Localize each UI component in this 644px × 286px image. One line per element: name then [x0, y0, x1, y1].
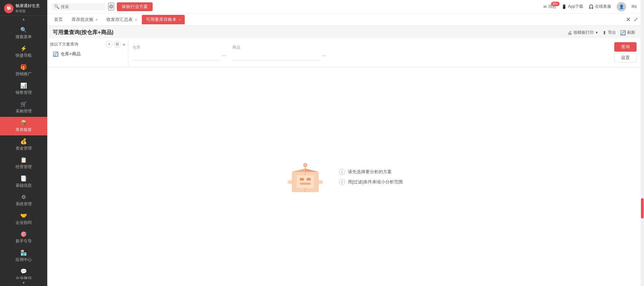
warehouse-label: 仓库 [132, 45, 227, 50]
empty-tips: 1 请先选择要分析的方案 2 用[过滤]条件来缩小分析范围 [339, 169, 403, 185]
scheme-item-icon: 🔄 [53, 51, 58, 57]
brand-icon: 畅 [4, 4, 14, 13]
product-filter: 商品 ··· [232, 45, 327, 60]
sidebar-scroll-up[interactable]: ▲ [0, 16, 47, 23]
scheme-item-warehouse-product[interactable]: 🔄 仓库+商品 [50, 50, 125, 58]
sidebar-nav-item-采购管理[interactable]: 🛒 采购管理 [0, 98, 47, 117]
scheme-add-button[interactable]: + [106, 41, 112, 48]
nav-icon: 🎯 [20, 231, 27, 237]
topbar-search-box[interactable]: 🔍 [51, 3, 105, 10]
sidebar-nav-item-基础信息[interactable]: 📑 基础信息 [0, 173, 47, 191]
nav-label: 企业微信 [16, 276, 32, 279]
svg-rect-3 [300, 178, 304, 181]
scheme-header-actions: + ⚙ [106, 41, 121, 48]
topbar-gear-button[interactable]: ⚙ [108, 3, 114, 10]
print-dropdown-icon[interactable]: ▼ [595, 31, 598, 34]
nav-label: 企业协同 [16, 220, 32, 226]
print-icon: 🖨 [567, 30, 572, 35]
username-label: Rit [632, 4, 637, 9]
scheme-settings-button[interactable]: ⚙ [114, 41, 121, 48]
app-label: App下载 [568, 4, 583, 9]
tab-close-button[interactable]: × [179, 18, 181, 22]
product-input[interactable] [232, 51, 320, 60]
sidebar-scroll-down[interactable]: ▼ [0, 279, 47, 286]
sidebar-nav-item-快捷导航[interactable]: ⚡ 快捷导航 [0, 43, 47, 61]
filter-row: 仓库 ··· 商品 ··· 查询 [132, 41, 637, 64]
service-label: 在线客服 [595, 4, 611, 9]
nav-icon: 📑 [20, 175, 27, 182]
scheme-header: 按以下方案查询 + ⚙ « [50, 41, 125, 48]
query-button[interactable]: 查询 [614, 42, 637, 52]
warehouse-input[interactable] [132, 51, 220, 60]
tab-可用量库存账本[interactable]: 可用量库存账本× [142, 15, 185, 24]
topbar-right: ✉ 消息 99+ 📱 App下载 🎧 在线客服 👤 Rit [543, 2, 637, 11]
nav-label: 采购管理 [16, 108, 32, 114]
tab-close-button[interactable]: × [135, 18, 137, 22]
tab-expand-button[interactable]: ⤢ [634, 16, 638, 23]
app-download-button[interactable]: 📱 App下载 [562, 4, 583, 9]
sidebar-nav-item-企业协同[interactable]: 🤝 企业协同 [0, 210, 47, 228]
tab-label: 库存批次账 [72, 17, 94, 23]
sidebar-nav-item-营销推广[interactable]: 🎁 营销推广 [0, 61, 47, 80]
print-button[interactable]: 🖨 按模板打印 ▼ [567, 30, 598, 35]
nav-label: 搜索菜单 [16, 34, 32, 40]
industry-solution-button[interactable]: 体验行业方案 [117, 2, 153, 11]
message-icon: ✉ [543, 4, 547, 9]
sidebar-nav-item-销售管理[interactable]: 📊 销售管理 [0, 80, 47, 98]
tab-收发存汇总表[interactable]: 收发存汇总表× [102, 15, 141, 24]
nav-icon: 📋 [20, 157, 27, 163]
nav-label: 快捷导航 [16, 53, 32, 58]
sidebar-nav-item-经营管理[interactable]: 📋 经营管理 [0, 154, 47, 173]
message-button[interactable]: ✉ 消息 99+ [543, 4, 556, 9]
search-input[interactable] [61, 4, 95, 9]
product-input-row: ··· [232, 51, 327, 60]
product-more-button[interactable]: ··· [321, 53, 327, 59]
nav-icon: 📊 [20, 82, 27, 89]
export-button[interactable]: ⬆ 导出 [602, 30, 616, 35]
nav-icon: 💬 [20, 268, 27, 275]
scheme-item-label: 仓库+商品 [60, 51, 81, 57]
nav-label: 基础信息 [16, 183, 32, 188]
tab-库存批次账[interactable]: 库存批次账× [68, 15, 102, 24]
sidebar-nav-item-资金管理[interactable]: 💰 资金管理 [0, 135, 47, 154]
tip-num-1: 1 [339, 169, 345, 175]
sidebar-nav: 🔍 搜索菜单 ⚡ 快捷导航 🎁 营销推广 📊 销售管理 🛒 采购管理 📦 库存核… [0, 23, 47, 279]
export-icon: ⬆ [602, 30, 607, 35]
nav-icon: 🤝 [20, 212, 27, 219]
tip-text-1: 请先选择要分析的方案 [348, 169, 392, 175]
page-title: 可用量查询(按仓库+商品) [53, 29, 113, 36]
sidebar-nav-item-新手引导[interactable]: 🎯 新手引导 [0, 228, 47, 247]
tab-close-button[interactable]: × [96, 18, 98, 22]
nav-icon: ⚙ [21, 194, 26, 200]
svg-rect-4 [307, 178, 311, 181]
warehouse-filter: 仓库 ··· [132, 45, 227, 60]
settings-button[interactable]: 设置 [614, 53, 637, 62]
sidebar-nav-item-库存核算[interactable]: 📦 库存核算 [0, 117, 47, 135]
filter-area: 仓库 ··· 商品 ··· 查询 [128, 38, 641, 67]
online-service-button[interactable]: 🎧 在线客服 [589, 4, 611, 9]
tab-label: 收发存汇总表 [106, 17, 133, 23]
nav-icon: 💰 [20, 138, 27, 145]
sidebar-nav-item-企业微信[interactable]: 💬 企业微信 [0, 265, 47, 279]
warehouse-more-button[interactable]: ··· [221, 53, 227, 59]
refresh-button[interactable]: 🔄 刷新 [620, 30, 635, 35]
tab-close-all-button[interactable]: ✕ [626, 16, 631, 23]
scrollbar-thumb[interactable] [641, 198, 644, 218]
content-area: 可用量查询(按仓库+商品) 🖨 按模板打印 ▼ ⬆ 导出 🔄 刷新 [47, 26, 641, 286]
brand-tag: 标准版 [16, 9, 40, 14]
refresh-icon: 🔄 [620, 30, 626, 35]
sidebar-nav-item-应用中心[interactable]: 🏪 应用中心 [0, 247, 47, 265]
svg-point-8 [287, 180, 293, 184]
nav-label: 资金管理 [16, 146, 32, 151]
tab-首页[interactable]: 首页 [50, 15, 67, 24]
svg-point-7 [304, 163, 307, 167]
nav-icon: ⚡ [20, 45, 27, 52]
sidebar-nav-item-搜索菜单[interactable]: 🔍 搜索菜单 [0, 24, 47, 43]
scheme-collapse-button[interactable]: « [123, 42, 125, 47]
svg-point-9 [318, 180, 323, 184]
main-area: 🔍 ⚙ 体验行业方案 ✉ 消息 99+ 📱 App下载 🎧 在线客服 👤 Rit [47, 0, 641, 286]
sidebar-nav-item-系统管理[interactable]: ⚙ 系统管理 [0, 191, 47, 210]
nav-label: 库存核算 [16, 127, 32, 133]
right-scrollbar[interactable] [641, 0, 644, 286]
empty-illustration [285, 157, 326, 197]
